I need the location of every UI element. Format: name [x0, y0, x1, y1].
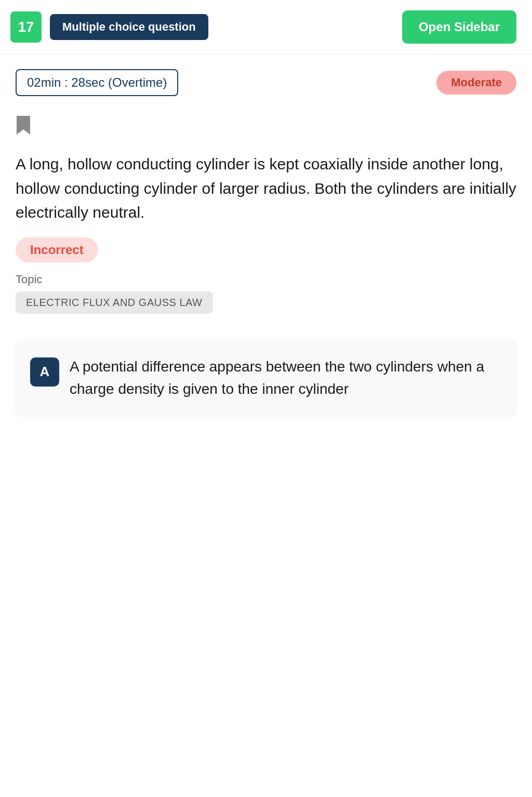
topic-label: Topic	[16, 273, 516, 286]
option-letter-a: A	[30, 357, 59, 387]
page-container: 17 Multiple choice question Open Sidebar…	[0, 0, 532, 442]
answer-option-a[interactable]: A A potential difference appears between…	[16, 340, 516, 416]
bookmark-area[interactable]	[0, 107, 532, 142]
difficulty-badge: Moderate	[436, 71, 516, 95]
question-text: A long, hollow conducting cylinder is ke…	[0, 142, 532, 237]
topic-tag: ELECTRIC FLUX AND GAUSS LAW	[16, 291, 213, 314]
question-type-badge: Multiple choice question	[50, 14, 208, 40]
open-sidebar-button[interactable]: Open Sidebar	[402, 10, 516, 44]
topic-section: Topic ELECTRIC FLUX AND GAUSS LAW	[0, 273, 532, 324]
answer-options: A A potential difference appears between…	[0, 324, 532, 442]
bookmark-icon[interactable]	[16, 115, 31, 136]
timer-row: 02min : 28sec (Overtime) Moderate	[0, 55, 532, 107]
timer-display: 02min : 28sec (Overtime)	[16, 69, 178, 96]
question-meta: 17 Multiple choice question	[10, 11, 208, 43]
option-text-a: A potential difference appears between t…	[70, 355, 502, 401]
incorrect-badge: Incorrect	[16, 237, 98, 262]
question-number: 17	[10, 11, 42, 43]
top-bar: 17 Multiple choice question Open Sidebar	[0, 0, 532, 55]
